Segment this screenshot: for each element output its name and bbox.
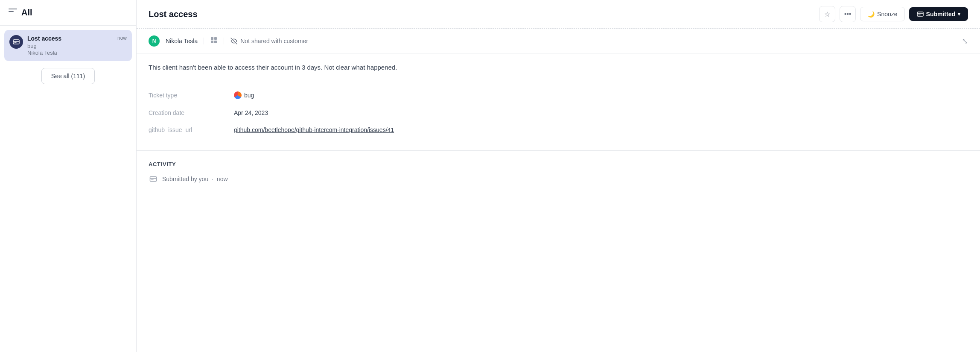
expand-icon[interactable]: ⤢ xyxy=(960,38,970,44)
content-area: N Nikola Tesla Not sha xyxy=(137,29,980,352)
svg-rect-3 xyxy=(917,12,923,16)
sidebar-toggle-icon[interactable] xyxy=(9,9,17,17)
eye-off-icon xyxy=(230,37,238,45)
activity-ticket-icon xyxy=(149,174,158,184)
activity-section: ACTIVITY Submitted by you · now xyxy=(137,150,980,194)
ticket-item-avatar xyxy=(9,35,23,49)
snooze-label: Snooze xyxy=(877,11,897,18)
submitted-label: Submitted xyxy=(926,11,955,18)
moon-icon: 🌙 xyxy=(867,11,875,18)
meta-divider-2 xyxy=(224,38,224,44)
activity-text: Submitted by you · now xyxy=(162,176,228,182)
chevron-down-icon: ▾ xyxy=(958,12,960,17)
activity-title: ACTIVITY xyxy=(149,161,968,167)
activity-item: Submitted by you · now xyxy=(149,174,968,184)
ticket-item-name: Lost access xyxy=(27,35,61,42)
svg-rect-0 xyxy=(13,40,19,44)
ticket-list-item[interactable]: Lost access now bug Nikola Tesla xyxy=(4,30,132,61)
ticket-body: This client hasn't been able to access t… xyxy=(137,54,980,150)
star-icon: ☆ xyxy=(824,10,830,18)
ticket-item-time: now xyxy=(117,35,127,41)
customer-avatar: N xyxy=(149,35,160,47)
svg-rect-6 xyxy=(211,37,213,40)
bug-icon xyxy=(234,91,242,99)
svg-rect-10 xyxy=(150,177,157,182)
svg-rect-7 xyxy=(214,37,217,40)
grid-icon xyxy=(210,36,218,46)
field-row-github-url: github_issue_url github.com/beetlehope/g… xyxy=(149,121,968,138)
ticket-type-value: bug xyxy=(234,91,254,99)
sidebar-header: All xyxy=(0,0,136,26)
ticket-item-tag: bug xyxy=(27,43,127,49)
sidebar-list: Lost access now bug Nikola Tesla See all… xyxy=(0,26,136,352)
snooze-button[interactable]: 🌙 Snooze xyxy=(860,7,904,21)
meta-divider xyxy=(204,38,204,44)
ticket-item-info: Lost access now bug Nikola Tesla xyxy=(27,35,127,56)
svg-rect-9 xyxy=(214,41,217,43)
ticket-item-customer: Nikola Tesla xyxy=(27,50,127,56)
topbar-actions: ☆ ••• 🌙 Snooze Submitted ▾ xyxy=(819,6,968,22)
not-shared-badge: Not shared with customer xyxy=(230,37,308,45)
customer-name: Nikola Tesla xyxy=(166,38,198,44)
sidebar-title: All xyxy=(21,8,32,18)
svg-rect-8 xyxy=(211,41,213,43)
github-url-label: github_issue_url xyxy=(149,126,225,133)
github-url-link[interactable]: github.com/beetlehope/github-intercom-in… xyxy=(234,126,394,133)
topbar-title: Lost access xyxy=(149,9,198,19)
star-button[interactable]: ☆ xyxy=(819,6,835,22)
submitted-button[interactable]: Submitted ▾ xyxy=(909,7,968,21)
see-all-button[interactable]: See all (111) xyxy=(41,68,95,84)
main-panel: Lost access ☆ ••• 🌙 Snooze Submitted xyxy=(137,0,980,352)
ticket-meta-bar: N Nikola Tesla Not sha xyxy=(137,29,980,54)
topbar: Lost access ☆ ••• 🌙 Snooze Submitted xyxy=(137,0,980,29)
not-shared-label: Not shared with customer xyxy=(240,38,308,44)
creation-date-label: Creation date xyxy=(149,109,225,116)
ticket-icon xyxy=(917,11,924,18)
sidebar: All Lost access now bug Nikola Tesla xyxy=(0,0,137,352)
field-row-creation-date: Creation date Apr 24, 2023 xyxy=(149,104,968,121)
creation-date-value: Apr 24, 2023 xyxy=(234,109,268,116)
more-button[interactable]: ••• xyxy=(840,6,856,22)
ticket-description: This client hasn't been able to access t… xyxy=(149,62,968,73)
ticket-type-label: Ticket type xyxy=(149,92,225,99)
field-row-ticket-type: Ticket type bug xyxy=(149,86,968,104)
fields-table: Ticket type bug Creation date Apr 24, 20… xyxy=(149,86,968,138)
github-url-value: github.com/beetlehope/github-intercom-in… xyxy=(234,126,394,133)
ellipsis-icon: ••• xyxy=(844,10,852,18)
